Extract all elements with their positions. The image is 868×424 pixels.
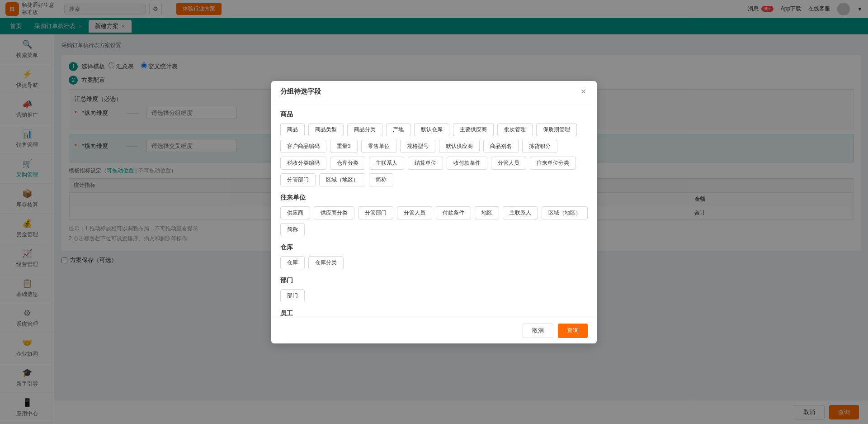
modal-header: 分组待选字段 ✕ bbox=[271, 81, 597, 103]
field-section-title-0: 商品 bbox=[280, 110, 588, 119]
field-tag-1-8[interactable]: 简称 bbox=[280, 223, 305, 236]
modal-footer: 取消 查询 bbox=[271, 318, 597, 343]
field-tag-3-0[interactable]: 部门 bbox=[280, 289, 305, 302]
modal-close-btn[interactable]: ✕ bbox=[579, 87, 588, 96]
field-tag-1-2[interactable]: 分管部门 bbox=[358, 206, 393, 219]
field-tag-0-18[interactable]: 结算单位 bbox=[408, 157, 443, 170]
field-section-2: 仓库仓库仓库分类 bbox=[280, 243, 588, 269]
field-tags-2: 仓库仓库分类 bbox=[280, 256, 588, 269]
field-tag-0-23[interactable]: 区域（地区） bbox=[319, 173, 365, 186]
field-tag-0-6[interactable]: 批次管理 bbox=[497, 123, 533, 136]
modal-title: 分组待选字段 bbox=[280, 87, 321, 96]
field-section-title-4: 员工 bbox=[280, 310, 588, 318]
field-tag-1-0[interactable]: 供应商 bbox=[280, 206, 310, 219]
modal-confirm-btn[interactable]: 查询 bbox=[558, 324, 588, 338]
field-section-3: 部门部门 bbox=[280, 276, 588, 302]
field-tag-1-4[interactable]: 付款条件 bbox=[436, 206, 471, 219]
field-section-4: 员工业务员 bbox=[280, 310, 588, 318]
field-tag-2-0[interactable]: 仓库 bbox=[280, 256, 305, 269]
field-tag-0-11[interactable]: 规格型号 bbox=[400, 140, 435, 153]
field-tags-3: 部门 bbox=[280, 289, 588, 302]
field-tag-1-6[interactable]: 主联系人 bbox=[503, 206, 538, 219]
field-tag-0-12[interactable]: 默认供应商 bbox=[439, 140, 480, 153]
field-tag-1-1[interactable]: 供应商分类 bbox=[314, 206, 354, 219]
field-tags-0: 商品商品类型商品分类产地默认仓库主要供应商批次管理保质期管理客户商品编码重量3零… bbox=[280, 123, 588, 186]
field-tag-0-2[interactable]: 商品分类 bbox=[347, 123, 382, 136]
field-tag-0-10[interactable]: 零售单位 bbox=[361, 140, 396, 153]
field-tag-1-5[interactable]: 地区 bbox=[475, 206, 499, 219]
field-tag-0-3[interactable]: 产地 bbox=[386, 123, 410, 136]
field-tags-1: 供应商供应商分类分管部门分管人员付款条件地区主联系人区域（地区）简称 bbox=[280, 206, 588, 236]
field-tag-0-22[interactable]: 分管部门 bbox=[280, 173, 316, 186]
field-section-1: 往来单位供应商供应商分类分管部门分管人员付款条件地区主联系人区域（地区）简称 bbox=[280, 194, 588, 236]
field-tag-0-0[interactable]: 商品 bbox=[280, 123, 305, 136]
field-tag-0-19[interactable]: 收付款条件 bbox=[447, 157, 487, 170]
field-tag-0-15[interactable]: 税收分类编码 bbox=[280, 157, 326, 170]
field-section-title-2: 仓库 bbox=[280, 243, 588, 252]
modal: 分组待选字段 ✕ 商品商品商品类型商品分类产地默认仓库主要供应商批次管理保质期管… bbox=[271, 81, 597, 343]
field-tag-0-9[interactable]: 重量3 bbox=[330, 140, 358, 153]
field-tag-0-14[interactable]: 拣货积分 bbox=[522, 140, 557, 153]
field-tag-0-1[interactable]: 商品类型 bbox=[308, 123, 344, 136]
field-tag-1-7[interactable]: 区域（地区） bbox=[542, 206, 588, 219]
field-tag-0-5[interactable]: 主要供应商 bbox=[453, 123, 494, 136]
modal-overlay: 分组待选字段 ✕ 商品商品商品类型商品分类产地默认仓库主要供应商批次管理保质期管… bbox=[0, 0, 868, 424]
modal-body: 商品商品商品类型商品分类产地默认仓库主要供应商批次管理保质期管理客户商品编码重量… bbox=[271, 103, 597, 318]
field-section-0: 商品商品商品类型商品分类产地默认仓库主要供应商批次管理保质期管理客户商品编码重量… bbox=[280, 110, 588, 186]
field-section-title-3: 部门 bbox=[280, 276, 588, 285]
field-tag-0-4[interactable]: 默认仓库 bbox=[414, 123, 449, 136]
field-tag-0-8[interactable]: 客户商品编码 bbox=[280, 140, 326, 153]
field-tag-0-16[interactable]: 仓库分类 bbox=[330, 157, 365, 170]
field-tag-0-21[interactable]: 往来单位分类 bbox=[530, 157, 576, 170]
field-tag-0-7[interactable]: 保质期管理 bbox=[536, 123, 577, 136]
field-tag-0-20[interactable]: 分管人员 bbox=[491, 157, 526, 170]
field-tag-0-13[interactable]: 商品别名 bbox=[483, 140, 519, 153]
field-section-title-1: 往来单位 bbox=[280, 194, 588, 202]
modal-cancel-btn[interactable]: 取消 bbox=[523, 324, 553, 338]
field-tag-0-17[interactable]: 主联系人 bbox=[369, 157, 404, 170]
field-tag-2-1[interactable]: 仓库分类 bbox=[308, 256, 344, 269]
field-tag-0-24[interactable]: 简称 bbox=[369, 173, 393, 186]
field-tag-1-3[interactable]: 分管人员 bbox=[397, 206, 432, 219]
